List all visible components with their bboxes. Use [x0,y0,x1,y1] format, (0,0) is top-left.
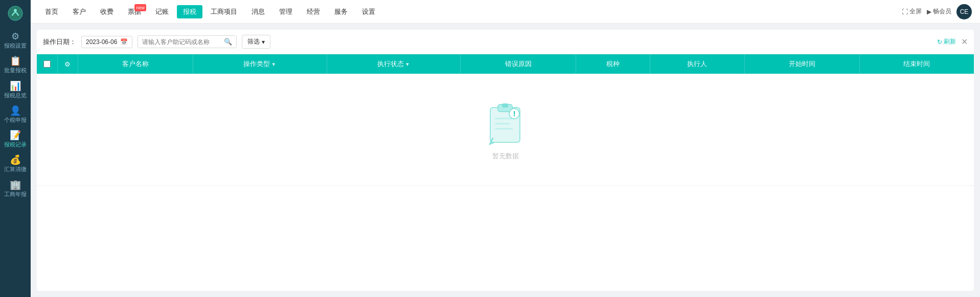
filter-label: 筛选 [247,37,260,46]
sidebar-item-label: 报税设置 [4,42,27,49]
svg-rect-6 [495,123,510,124]
date-picker[interactable]: 2023-06-06 📅 [81,36,132,48]
col-gear: ⚙ [57,54,78,74]
nav-item-zhang[interactable]: 记账 [149,5,175,18]
sidebar-item-label: 工商年报 [4,190,27,198]
refresh-label: 刷新 [944,37,956,46]
col-executor-label: 执行人 [687,60,707,68]
filter-icon-action[interactable]: ▼ [271,61,276,67]
vip-button[interactable]: ▶ 畅会员 [927,7,951,16]
data-table: ⚙ 客户名称 操作类型 ▼ [37,54,974,186]
svg-point-1 [14,9,17,12]
user-avatar[interactable]: CE [956,4,972,19]
col-end-time-label: 结束时间 [903,60,930,68]
search-wrap: 🔍 [138,35,237,48]
nav-item-customer[interactable]: 客户 [66,5,92,18]
gear-icon[interactable]: ⚙ [64,60,71,68]
money-icon: 💰 [10,155,21,164]
header-row: ⚙ 客户名称 操作类型 ▼ [37,54,974,74]
table-body: ! 暂无数据 [37,74,974,186]
search-input[interactable] [138,36,220,48]
calendar-icon: 📅 [120,38,128,46]
person-icon: 👤 [10,106,21,115]
empty-state: ! 暂无数据 [42,78,969,181]
col-error-reason: 错误原因 [461,54,576,74]
sidebar-item-label: 报税总览 [4,92,27,99]
nav-item-xiaoxi[interactable]: 消息 [245,5,271,18]
svg-rect-4 [502,103,508,108]
nav-item-shezhi[interactable]: 设置 [356,5,381,18]
sidebar-item-baoshui-zonglanglan[interactable]: 📊 报税总览 [1,78,30,102]
svg-text:!: ! [513,110,515,118]
vip-icon: ▶ [927,8,931,15]
col-end-time: 结束时间 [859,54,974,74]
sidebar-item-label: 报税记录 [4,141,27,148]
table-container: ⚙ 客户名称 操作类型 ▼ [37,54,974,291]
vip-label: 畅会员 [933,7,951,16]
empty-state-row: ! 暂无数据 [37,74,974,186]
col-start-time: 开始时间 [744,54,859,74]
avatar-text: CE [960,8,969,15]
filter-button[interactable]: 筛选 ▾ [242,35,270,49]
col-action-type: 操作类型 ▼ [193,54,327,74]
date-value: 2023-06-06 [86,38,117,46]
chevron-down-icon: ▾ [262,38,265,46]
sidebar-item-huisuan[interactable]: 💰 汇算清缴 [1,152,30,176]
search-icon[interactable]: 🔍 [220,36,236,48]
col-exec-status-label: 执行状态 [377,59,404,69]
nav-item-baoshui[interactable]: 报税 [177,5,202,18]
refresh-icon: ↻ [937,38,942,46]
col-customer-name-label: 客户名称 [122,60,149,68]
filter-icon-status[interactable]: ▼ [405,61,410,67]
sidebar-item-label: 个税申报 [4,116,27,123]
overview-icon: 📊 [10,81,21,91]
col-tax-type-label: 税种 [606,60,620,68]
empty-text: 暂无数据 [492,152,519,161]
batch-icon: 📋 [10,56,21,66]
col-action-type-label: 操作类型 [243,59,270,69]
sidebar-item-label: 汇算清缴 [4,165,27,173]
fullscreen-button[interactable]: ⛶ 全屏 [902,7,922,16]
top-nav-right: ⛶ 全屏 ▶ 畅会员 CE [902,4,972,19]
toolbar: 操作日期： 2023-06-06 📅 🔍 筛选 ▾ [37,30,974,54]
content-card: 操作日期： 2023-06-06 📅 🔍 筛选 ▾ [37,30,974,291]
nav-item-home[interactable]: 首页 [39,5,64,18]
empty-state-cell: ! 暂无数据 [37,74,974,186]
sidebar-item-baoshui-shezhi[interactable]: ⚙ 报税设置 [1,29,30,52]
sidebar-item-geshui[interactable]: 👤 个税申报 [1,103,30,126]
sidebar-item-baoshui-jilu[interactable]: 📝 报税记录 [1,128,30,151]
nav-item-guanli[interactable]: 管理 [273,5,299,18]
top-navigation: 首页 客户 收费 票据 new 记账 报税 工商项目 消息 管理 经营 服务 设… [31,0,980,24]
col-customer-name: 客户名称 [78,54,193,74]
select-all-checkbox[interactable] [43,60,51,68]
main-content-area: 首页 客户 收费 票据 new 记账 报税 工商项目 消息 管理 经营 服务 设… [31,0,980,297]
fullscreen-icon: ⛶ [902,8,908,15]
close-button[interactable]: ✕ [961,38,968,46]
col-error-reason-label: 错误原因 [505,60,532,68]
svg-rect-7 [495,128,513,130]
col-tax-type: 税种 [576,54,650,74]
col-executor: 执行人 [650,54,744,74]
sidebar-item-label: 批量报税 [4,67,27,74]
nav-items: 首页 客户 收费 票据 new 记账 报税 工商项目 消息 管理 经营 服务 设… [39,5,902,18]
sidebar-item-gongshang-nianbao[interactable]: 🏢 工商年报 [1,177,30,201]
empty-illustration: ! [483,98,529,150]
new-badge: new [134,4,146,11]
nav-item-piao[interactable]: 票据 new [122,5,147,18]
refresh-button[interactable]: ↻ 刷新 [937,37,956,46]
building-icon: 🏢 [10,180,21,189]
main-sidebar: ⚙ 报税设置 📋 批量报税 📊 报税总览 👤 个税申报 📝 报税记录 💰 汇算清… [0,0,31,297]
date-label: 操作日期： [43,37,76,47]
col-exec-status: 执行状态 ▼ [327,54,461,74]
page-area: 操作日期： 2023-06-06 📅 🔍 筛选 ▾ [31,24,980,297]
sidebar-item-piliang-baoshui[interactable]: 📋 批量报税 [1,53,30,77]
settings-icon: ⚙ [11,32,19,41]
nav-item-shoufei[interactable]: 收费 [94,5,120,18]
nav-item-fuwu[interactable]: 服务 [328,5,354,18]
app-logo[interactable] [6,4,25,23]
svg-point-0 [8,6,22,20]
nav-item-jingying[interactable]: 经营 [301,5,326,18]
nav-item-gongshang[interactable]: 工商项目 [204,5,243,18]
table-header: ⚙ 客户名称 操作类型 ▼ [37,54,974,74]
col-start-time-label: 开始时间 [789,60,815,68]
